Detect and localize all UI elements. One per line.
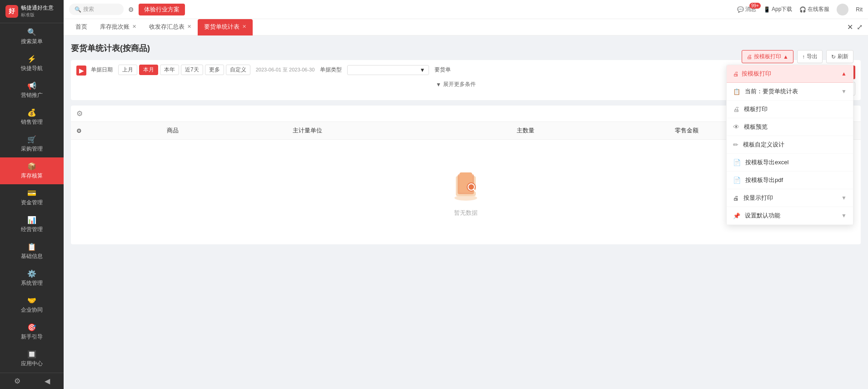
dropdown-template-preview[interactable]: 👁 模板预览 bbox=[727, 118, 853, 136]
filter-expand-button[interactable]: ▶ bbox=[76, 66, 86, 76]
settings-icon[interactable]: ⚙ bbox=[14, 377, 20, 385]
tab-order-stats[interactable]: 要货单统计表 ✕ bbox=[198, 19, 253, 35]
sidebar-item-purchase[interactable]: 🛒 采购管理 bbox=[0, 131, 64, 157]
online-service-button[interactable]: 🎧 在线客服 bbox=[799, 5, 829, 13]
set-default-icon: 📌 bbox=[733, 212, 740, 219]
collapse-icon[interactable]: ◀ bbox=[45, 377, 50, 385]
dropdown-display-print[interactable]: 🖨 按显示打印 ▼ bbox=[727, 189, 853, 207]
sidebar: 好 畅捷通好生意 标准版 🔍 搜索菜单 ⚡ 快捷导航 📢 营销推广 💰 销售管理… bbox=[0, 0, 64, 389]
export-icon: ↑ bbox=[802, 54, 805, 60]
dropdown-template-print[interactable]: 🖨 模板打印 bbox=[727, 101, 853, 118]
sidebar-item-operation[interactable]: 📊 经营管理 bbox=[0, 211, 64, 238]
print-icon: 🖨 bbox=[747, 54, 752, 60]
empty-text: 暂无数据 bbox=[454, 209, 478, 217]
order-type-select[interactable]: ▼ bbox=[347, 65, 429, 75]
sidebar-item-system[interactable]: ⚙️ 系统管理 bbox=[0, 265, 64, 292]
col-product: 商品 bbox=[161, 122, 287, 140]
refresh-icon: ↻ bbox=[831, 54, 836, 60]
date-group: 上月 本月 本年 近7天 更多 自定义 bbox=[118, 65, 250, 75]
tab-receivable-summary-close[interactable]: ✕ bbox=[187, 24, 191, 30]
message-icon: 💬 bbox=[737, 6, 744, 13]
sidebar-item-sales[interactable]: 💰 销售管理 bbox=[0, 104, 64, 131]
newbie-icon: 🎯 bbox=[27, 323, 36, 332]
sidebar-item-label-marketing: 营销推广 bbox=[21, 91, 43, 99]
tab-receivable-summary[interactable]: 收发存汇总表 ✕ bbox=[143, 19, 198, 35]
template-print-icon: 🖨 bbox=[733, 106, 739, 113]
current-template-icon: 📋 bbox=[733, 88, 740, 95]
sidebar-item-collab[interactable]: 🤝 企业协同 bbox=[0, 292, 64, 318]
sidebar-item-label-sales: 销售管理 bbox=[21, 118, 43, 126]
export-button[interactable]: ↑ 导出 bbox=[797, 50, 823, 63]
template-custom-icon: ✏ bbox=[733, 141, 738, 148]
tab-order-stats-close[interactable]: ✕ bbox=[242, 24, 246, 30]
tab-inventory-batch-close[interactable]: ✕ bbox=[132, 24, 136, 30]
avatar[interactable] bbox=[837, 4, 848, 15]
tab-inventory-batch-label: 库存批次账 bbox=[100, 23, 130, 31]
operation-icon: 📊 bbox=[27, 216, 36, 224]
dropdown-close-arrow[interactable]: ▲ bbox=[841, 71, 847, 77]
content-area: 要货单统计表(按商品) ▶ 单据日期 上月 本月 本年 近7天 更多 自定义 bbox=[64, 35, 868, 389]
dropdown-set-default[interactable]: 📌 设置默认功能 ▼ bbox=[727, 207, 853, 225]
refresh-button[interactable]: ↻ 刷新 bbox=[826, 50, 853, 63]
app-download-button[interactable]: 📱 App下载 bbox=[763, 5, 792, 13]
maximize-icon[interactable]: ⤢ bbox=[857, 23, 863, 31]
message-button[interactable]: 💬 消息 99+ bbox=[737, 5, 756, 13]
marketing-icon: 📢 bbox=[27, 81, 36, 90]
sidebar-item-label-search: 搜索菜单 bbox=[21, 38, 43, 45]
topbar-right: 💬 消息 99+ 📱 App下载 🎧 在线客服 Rit bbox=[737, 4, 863, 15]
main-area: 🔍 搜索 ⚙ 体验行业方案 💬 消息 99+ 📱 App下载 🎧 在线客服 Ri… bbox=[64, 0, 868, 389]
dropdown-template-export-excel[interactable]: 📄 按模板导出excel bbox=[727, 154, 853, 172]
sidebar-item-inventory[interactable]: 📦 库存核算 bbox=[0, 157, 64, 184]
expand-more-bar[interactable]: ▼ 展开更多条件 bbox=[91, 79, 821, 90]
tab-receivable-summary-label: 收发存汇总表 bbox=[149, 23, 185, 31]
expand-icon: ▼ bbox=[436, 81, 441, 88]
date-current-month[interactable]: 本月 bbox=[139, 65, 158, 75]
date-range: 2023-06-01 至 2023-06-30 bbox=[256, 66, 315, 73]
export-label: 导出 bbox=[807, 53, 818, 61]
search-icon: 🔍 bbox=[75, 6, 81, 13]
print-template-button[interactable]: 🖨 按模板打印 ▲ bbox=[742, 50, 793, 63]
print-dropdown-icon: 🖨 bbox=[733, 71, 739, 77]
sidebar-item-finance[interactable]: 💳 资金管理 bbox=[0, 184, 64, 211]
order-type-label: 单据类型 bbox=[320, 66, 342, 74]
download-icon: 📱 bbox=[763, 6, 770, 13]
tab-inventory-batch[interactable]: 库存批次账 ✕ bbox=[94, 19, 143, 35]
close-window-icon[interactable]: ✕ bbox=[847, 23, 853, 31]
dropdown-current-template[interactable]: 📋 当前：要货单统计表 ▼ bbox=[727, 83, 853, 101]
headset-icon: 🎧 bbox=[799, 6, 806, 13]
date-last7days[interactable]: 近7天 bbox=[181, 65, 203, 75]
sidebar-item-label-system: 系统管理 bbox=[21, 279, 43, 287]
sidebar-logo: 好 畅捷通好生意 标准版 bbox=[0, 0, 64, 23]
sidebar-item-basic[interactable]: 📋 基础信息 bbox=[0, 238, 64, 265]
date-label: 单据日期 bbox=[91, 66, 113, 74]
sidebar-item-label-basic: 基础信息 bbox=[21, 253, 43, 260]
sidebar-item-search[interactable]: 🔍 搜索菜单 bbox=[0, 23, 64, 50]
date-more[interactable]: 更多 bbox=[205, 65, 224, 75]
app-logo-text: 畅捷通好生意 标准版 bbox=[21, 5, 54, 18]
dropdown-title: 🖨 按模板打印 bbox=[733, 70, 771, 78]
gear-icon[interactable]: ⚙ bbox=[128, 6, 134, 13]
sidebar-item-apps[interactable]: 🔲 应用中心 bbox=[0, 345, 64, 372]
search-box[interactable]: 🔍 搜索 bbox=[69, 4, 124, 15]
tab-order-stats-label: 要货单统计表 bbox=[204, 23, 239, 31]
collab-icon: 🤝 bbox=[27, 296, 36, 305]
sidebar-item-marketing[interactable]: 📢 营销推广 bbox=[0, 77, 64, 104]
date-custom[interactable]: 自定义 bbox=[226, 65, 250, 75]
chevron-up-icon: ▲ bbox=[783, 54, 788, 60]
table-settings-icon[interactable]: ⚙ bbox=[76, 109, 83, 118]
dropdown-template-custom[interactable]: ✏ 模板自定义设计 bbox=[727, 136, 853, 154]
dropdown-template-export-pdf[interactable]: 📄 按模板导出pdf bbox=[727, 172, 853, 189]
message-badge: 99+ bbox=[749, 3, 761, 9]
date-current-year[interactable]: 本年 bbox=[160, 65, 179, 75]
topbar: 🔍 搜索 ⚙ 体验行业方案 💬 消息 99+ 📱 App下载 🎧 在线客服 Ri… bbox=[64, 0, 868, 19]
tab-home[interactable]: 首页 bbox=[69, 19, 94, 35]
shortcut-icon: ⚡ bbox=[27, 55, 36, 63]
date-prev-month[interactable]: 上月 bbox=[118, 65, 137, 75]
finance-icon: 💳 bbox=[27, 189, 36, 197]
sidebar-item-newbie[interactable]: 🎯 新手引导 bbox=[0, 318, 64, 345]
dropdown-panel: 🖨 按模板打印 ▲ 📋 当前：要货单统计表 ▼ 🖨 模板打印 👁 模板预览 bbox=[726, 65, 853, 225]
sidebar-item-label-collab: 企业协同 bbox=[21, 306, 43, 314]
basic-icon: 📋 bbox=[27, 242, 36, 251]
trial-button[interactable]: 体验行业方案 bbox=[139, 4, 185, 15]
sidebar-item-shortcut[interactable]: ⚡ 快捷导航 bbox=[0, 50, 64, 77]
